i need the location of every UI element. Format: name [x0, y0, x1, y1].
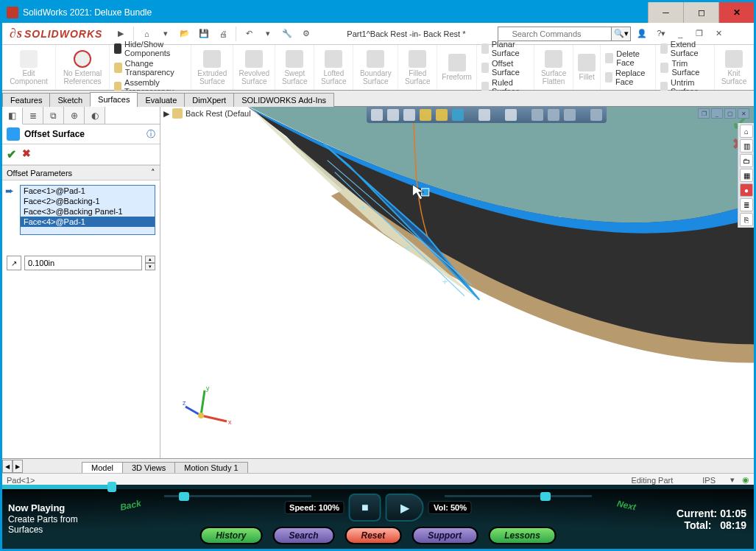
no-external-refs-group[interactable]: No External References [56, 45, 110, 90]
back-button[interactable]: Back [119, 498, 142, 513]
reset-button[interactable]: Reset [345, 527, 402, 544]
close-doc-icon[interactable]: ✕ [710, 26, 727, 42]
display-style-icon[interactable] [452, 109, 464, 121]
home-icon[interactable]: ⌂ [740, 124, 753, 138]
search-button[interactable]: Search [272, 527, 334, 544]
knit-surface[interactable]: Knit Surface [715, 45, 754, 90]
spin-down[interactable]: ▾ [145, 263, 155, 270]
boundary-surface[interactable]: Boundary Surface [353, 45, 398, 90]
undo-icon[interactable]: ↶ [241, 26, 257, 42]
planar-surface[interactable]: Planar Surface [481, 40, 529, 57]
offset-surface[interactable]: Offset Surface [481, 59, 529, 77]
status-left: Pad<1> [7, 476, 35, 485]
user-icon[interactable]: 👤 [634, 26, 650, 42]
swept-surface[interactable]: Swept Surface [275, 45, 314, 90]
change-transparency[interactable]: Change Transparency [114, 59, 186, 77]
tab-3d-views[interactable]: 3D Views [122, 462, 175, 473]
trim-surface[interactable]: Trim Surface [660, 59, 710, 77]
custom-props-icon[interactable]: ≣ [740, 198, 753, 211]
status-flag-icon[interactable]: ◉ [742, 475, 749, 485]
surface-flatten[interactable]: Surface Flatten [534, 45, 573, 90]
revolved-surface[interactable]: Revolved Surface [233, 45, 275, 90]
tab-addins[interactable]: SOLIDWORKS Add-Ins [233, 93, 334, 107]
configuration-manager-tab[interactable]: ⧉ [43, 107, 64, 124]
options-icon[interactable]: ⚙ [298, 26, 314, 42]
minimize-button[interactable]: ─ [648, 2, 683, 23]
section-view-icon[interactable] [420, 109, 431, 121]
offset-distance-input[interactable] [24, 256, 142, 270]
spinbox[interactable]: ▴▾ [145, 256, 155, 270]
history-button[interactable]: History [199, 527, 262, 544]
feature-manager-tab[interactable]: ◧ [2, 108, 23, 124]
freeform[interactable]: Freeform [437, 45, 477, 90]
edit-component-group[interactable]: Edit Component [2, 45, 56, 90]
tab-surfaces[interactable]: Surfaces [90, 92, 138, 107]
appearances-icon[interactable]: ● [740, 183, 753, 197]
tab-features[interactable]: Features [2, 93, 50, 107]
pm-help-icon[interactable]: ⓘ [146, 128, 155, 141]
apply-scene-icon[interactable] [531, 109, 543, 121]
face-item-selected[interactable]: Face<4>@Pad-1 [21, 217, 155, 227]
maximize-button[interactable]: ◻ [683, 2, 718, 23]
tab-motion-study[interactable]: Motion Study 1 [174, 462, 247, 473]
tab-dimxpert[interactable]: DimXpert [184, 93, 234, 107]
face-selection-list[interactable]: Face<1>@Pad-1 Face<2>@Backing-1 Face<3>@… [20, 185, 155, 235]
save-icon[interactable]: 💾 [196, 26, 212, 42]
expand-icon[interactable]: ▶ [163, 109, 169, 119]
view-settings-icon[interactable] [548, 109, 559, 121]
previous-view-icon[interactable] [403, 109, 415, 121]
screen-capture-icon[interactable] [590, 109, 602, 121]
tab-model[interactable]: Model [82, 462, 123, 473]
spin-up[interactable]: ▴ [145, 256, 155, 263]
face-item[interactable]: Face<3>@Backing Panel-1 [21, 206, 155, 217]
face-item[interactable]: Face<2>@Backing-1 [21, 196, 155, 206]
hide-show-components[interactable]: Hide/Show Components [114, 40, 186, 57]
delete-face[interactable]: Delete Face [605, 49, 651, 67]
breadcrumb[interactable]: ▶ Back Rest (Defaul [163, 108, 251, 119]
replace-face[interactable]: Replace Face [605, 69, 651, 86]
extruded-surface[interactable]: Extruded Surface [191, 45, 233, 90]
support-button[interactable]: Support [411, 527, 478, 544]
select-icon[interactable]: ▾ [260, 26, 276, 42]
dimxpert-manager-tab[interactable]: ⊕ [64, 107, 85, 124]
scroll-right-icon[interactable]: ▶ [13, 460, 23, 473]
print-icon[interactable]: 🖨 [215, 26, 231, 42]
status-menu-icon[interactable]: ▾ [730, 475, 735, 485]
tab-evaluate[interactable]: Evaluate [137, 93, 185, 107]
lessons-button[interactable]: Lessons [488, 527, 557, 544]
play-button[interactable]: ▶ [386, 494, 424, 522]
vp-maximize-icon[interactable]: ▢ [724, 108, 736, 119]
pm-cancel-button[interactable]: ✖ [22, 147, 31, 161]
render-tools-icon[interactable] [564, 109, 576, 121]
fillet[interactable]: Fillet [573, 45, 601, 90]
face-item[interactable]: Face<1>@Pad-1 [21, 186, 155, 196]
file-explorer-icon[interactable]: 🗀 [740, 154, 753, 167]
view-orient-icon[interactable] [436, 109, 448, 121]
stop-button[interactable]: ■ [349, 494, 381, 522]
tab-sketch[interactable]: Sketch [49, 93, 91, 107]
vp-minimize-icon[interactable]: _ [711, 108, 723, 119]
design-library-icon[interactable]: ▥ [740, 139, 753, 152]
next-button[interactable]: Next [616, 498, 637, 512]
extend-surface[interactable]: Extend Surface [660, 40, 710, 57]
pm-ok-button[interactable]: ✔ [7, 147, 16, 161]
display-manager-tab[interactable]: ◐ [85, 107, 105, 124]
edit-appearance-icon[interactable] [505, 109, 517, 121]
hide-show-icon[interactable] [478, 109, 490, 121]
vp-restore-icon[interactable]: ❐ [698, 108, 710, 119]
zoom-fit-icon[interactable] [371, 109, 383, 121]
scroll-left-icon[interactable]: ◀ [2, 460, 13, 473]
offset-parameters-section[interactable]: Offset Parameters ˄ [2, 165, 160, 180]
search-icon[interactable]: 🔍▾ [612, 27, 631, 41]
view-palette-icon[interactable]: ▦ [740, 169, 753, 182]
search-commands-input[interactable] [498, 27, 612, 41]
zoom-area-icon[interactable] [387, 109, 399, 121]
rebuild-icon[interactable]: 🔧 [279, 26, 295, 42]
vp-close-icon[interactable]: ✕ [738, 108, 749, 119]
forum-icon[interactable]: ⎘ [740, 213, 753, 226]
lofted-surface[interactable]: Lofted Surface [314, 45, 353, 90]
close-button[interactable]: ✕ [718, 2, 754, 23]
3d-viewport[interactable]: ▶ Back Rest (Defaul [160, 107, 754, 458]
filled-surface[interactable]: Filled Surface [398, 45, 437, 90]
property-manager-tab[interactable]: ≣ [23, 107, 43, 124]
